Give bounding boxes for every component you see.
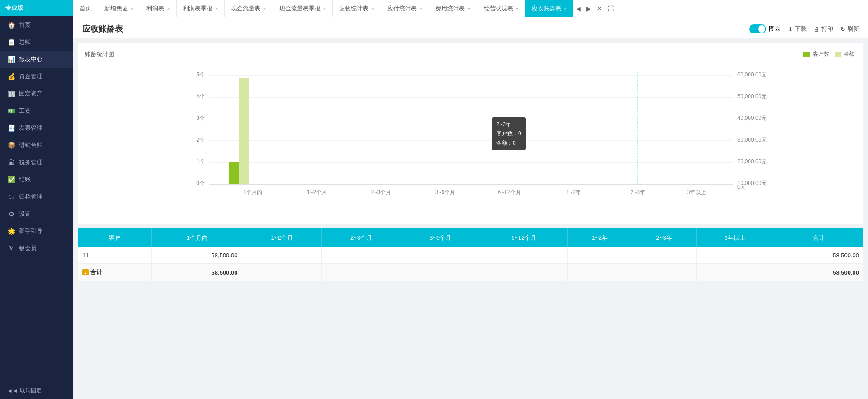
cell-m36 bbox=[401, 247, 480, 264]
svg-text:50,000.00元: 50,000.00元 bbox=[737, 93, 767, 100]
sidebar-pin-toggle[interactable]: ◄◄ 取消固定 bbox=[0, 382, 73, 399]
bar-amount-month1 bbox=[239, 78, 249, 184]
chart-toggle[interactable] bbox=[749, 24, 766, 33]
tab-label: 利润表 bbox=[146, 5, 164, 13]
tab-home[interactable]: 首页 bbox=[73, 0, 98, 17]
svg-text:30,000.00元: 30,000.00元 bbox=[737, 137, 767, 143]
tab-fullscreen-btn[interactable]: ⛶ bbox=[605, 0, 617, 17]
tab-expense-stats[interactable]: 费用统计表 × bbox=[429, 0, 477, 17]
download-label: 下载 bbox=[795, 25, 807, 33]
tab-label: 经营状况表 bbox=[484, 5, 513, 13]
tab-prev-btn[interactable]: ◀ bbox=[573, 0, 584, 17]
tab-close-icon[interactable]: × bbox=[420, 6, 422, 11]
tab-close-icon[interactable]: × bbox=[215, 6, 218, 11]
download-btn[interactable]: ⬇ 下载 bbox=[788, 25, 807, 33]
sidebar-item-guide[interactable]: 🌟 新手引导 bbox=[0, 223, 73, 240]
tab-cashflow[interactable]: 现金流量表 × bbox=[225, 0, 273, 17]
cell-m23 bbox=[321, 247, 401, 264]
sidebar-item-archive[interactable]: 🗂 归档管理 bbox=[0, 188, 73, 205]
sidebar-item-member[interactable]: V 畅会员 bbox=[0, 240, 73, 257]
total-row: Σ 合计 58,500.00 58,500.00 bbox=[78, 264, 863, 281]
tab-close-icon[interactable]: × bbox=[131, 6, 133, 11]
total-icon: Σ bbox=[82, 269, 89, 276]
pin-icon: ◄◄ bbox=[7, 388, 18, 394]
total-text: 合计 bbox=[90, 268, 102, 276]
chart-container: 5个 4个 3个 2个 1个 0个 60,000.00元 50,000.00元 … bbox=[85, 63, 856, 217]
sidebar-item-purchase[interactable]: 📦 进销台账 bbox=[0, 137, 73, 154]
tab-new-voucher[interactable]: 新增凭证 × bbox=[98, 0, 140, 17]
legend-amount-color bbox=[835, 52, 841, 57]
tab-payable-stats[interactable]: 应付统计表 × bbox=[381, 0, 429, 17]
total-m36 bbox=[401, 264, 480, 281]
purchase-icon: 📦 bbox=[7, 142, 15, 149]
total-y23 bbox=[632, 264, 696, 281]
sidebar-item-ledger[interactable]: 📋 总账 bbox=[0, 33, 73, 51]
refresh-btn[interactable]: ↻ 刷新 bbox=[840, 25, 859, 33]
tab-close-icon[interactable]: × bbox=[564, 6, 566, 11]
data-table: 客户 1个月内 1~2个月 2~3个月 3~6个月 6~12个月 1~2年 2~… bbox=[78, 228, 863, 281]
cell-y12 bbox=[568, 247, 632, 264]
print-icon: 🖨 bbox=[814, 26, 820, 33]
tab-next-btn[interactable]: ▶ bbox=[584, 0, 594, 17]
legend-customer-label: 客户数 bbox=[813, 51, 829, 57]
total-m1: 58,500.00 bbox=[152, 264, 242, 281]
salary-icon: 💵 bbox=[7, 107, 15, 114]
cell-y3plus bbox=[696, 247, 774, 264]
sidebar-item-label: 工资 bbox=[19, 107, 31, 115]
col-m12: 1~2个月 bbox=[242, 228, 321, 247]
archive-icon: 🗂 bbox=[7, 193, 15, 200]
tab-receivable-aging[interactable]: 应收账龄表 × bbox=[525, 0, 573, 17]
svg-text:1~2个月: 1~2个月 bbox=[307, 189, 327, 195]
sidebar-item-checkout[interactable]: ✅ 结账 bbox=[0, 171, 73, 188]
refresh-label: 刷新 bbox=[847, 25, 859, 33]
cell-total: 58,500.00 bbox=[774, 247, 863, 264]
table-section: 客户 1个月内 1~2个月 2~3个月 3~6个月 6~12个月 1~2年 2~… bbox=[78, 228, 863, 281]
sidebar-item-report[interactable]: 📊 报表中心 bbox=[0, 51, 73, 68]
tab-close-icon[interactable]: × bbox=[371, 6, 374, 11]
chart-section: 账龄统计图 客户数 金额 5个 4个 3个 2个 1个 bbox=[78, 43, 863, 224]
svg-text:4个: 4个 bbox=[196, 93, 205, 100]
tab-close-all-btn[interactable]: ✕ bbox=[594, 0, 605, 17]
sidebar-item-invoice[interactable]: 🧾 发票管理 bbox=[0, 119, 73, 137]
legend-customer-color bbox=[803, 52, 810, 57]
sidebar-item-label: 进销台账 bbox=[19, 141, 42, 149]
sidebar: 专业版 🏠 首页 📋 总账 📊 报表中心 💰 资金管理 🏢 固定资产 💵 工资 … bbox=[0, 0, 73, 399]
tab-close-icon[interactable]: × bbox=[263, 6, 266, 11]
tab-label: 首页 bbox=[80, 5, 91, 13]
chart-toggle-group: 图表 bbox=[749, 24, 781, 33]
tab-close-icon[interactable]: × bbox=[467, 6, 470, 11]
tab-bar: 首页 新增凭证 × 利润表 × 利润表季报 × 现金流量表 × 现金流量表季报 … bbox=[73, 0, 868, 17]
sidebar-item-home[interactable]: 🏠 首页 bbox=[0, 16, 73, 33]
sidebar-item-capital[interactable]: 💰 资金管理 bbox=[0, 68, 73, 85]
svg-text:3个: 3个 bbox=[196, 115, 205, 121]
tab-cashflow-quarterly[interactable]: 现金流量表季报 × bbox=[273, 0, 333, 17]
tab-profit-quarterly[interactable]: 利润表季报 × bbox=[177, 0, 225, 17]
toggle-label: 图表 bbox=[769, 25, 781, 33]
col-y23: 2~3年 bbox=[632, 228, 696, 247]
tab-operation[interactable]: 经营状况表 × bbox=[477, 0, 525, 17]
table-row: 11 58,500.00 58,500.00 bbox=[78, 247, 863, 264]
header-actions: 图表 ⬇ 下载 🖨 打印 ↻ 刷新 bbox=[749, 24, 859, 33]
sidebar-item-tax[interactable]: 🏛 税务管理 bbox=[0, 154, 73, 171]
print-btn[interactable]: 🖨 打印 bbox=[814, 25, 833, 33]
tab-label: 应收统计表 bbox=[339, 5, 368, 13]
tab-close-icon[interactable]: × bbox=[323, 6, 326, 11]
tab-close-icon[interactable]: × bbox=[167, 6, 170, 11]
svg-text:2~3年: 2~3年 bbox=[631, 189, 645, 195]
tab-profit[interactable]: 利润表 × bbox=[140, 0, 176, 17]
ledger-icon: 📋 bbox=[7, 38, 15, 46]
sidebar-item-salary[interactable]: 💵 工资 bbox=[0, 102, 73, 119]
svg-text:1~2年: 1~2年 bbox=[566, 189, 581, 195]
sidebar-item-label: 设置 bbox=[19, 210, 31, 218]
sidebar-item-settings[interactable]: ⚙ 设置 bbox=[0, 205, 73, 223]
download-icon: ⬇ bbox=[788, 26, 793, 33]
svg-text:6~12个月: 6~12个月 bbox=[498, 189, 521, 195]
tab-receivable-stats[interactable]: 应收统计表 × bbox=[333, 0, 381, 17]
sidebar-item-label: 报表中心 bbox=[19, 55, 42, 63]
bar-chart: 5个 4个 3个 2个 1个 0个 60,000.00元 50,000.00元 … bbox=[85, 63, 856, 212]
sidebar-item-asset[interactable]: 🏢 固定资产 bbox=[0, 85, 73, 102]
col-customer: 客户 bbox=[78, 228, 152, 247]
cell-m1: 58,500.00 bbox=[152, 247, 242, 264]
tab-close-icon[interactable]: × bbox=[516, 6, 519, 11]
asset-icon: 🏢 bbox=[7, 90, 15, 97]
